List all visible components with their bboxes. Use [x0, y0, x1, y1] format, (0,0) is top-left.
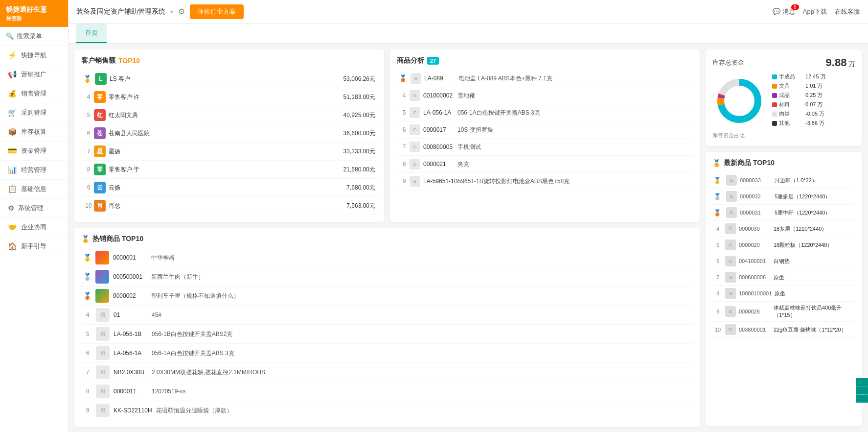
product-name: 电池盖 LA-089 ABS本色+黑种 7.1克 — [458, 74, 691, 83]
legend-name: 材料 — [779, 101, 803, 108]
customer-amount: 53,006.26元 — [343, 75, 375, 83]
rank-number: 7 — [713, 274, 722, 280]
legend-value: -3.86 万 — [805, 120, 824, 127]
list-item: 🥇 0000001 中华神器 — [81, 248, 693, 267]
topbar: 装备及固定资产辅助管理系统 ▾ ⚙ 体验行业方案 💬 消息 6 App下载 在线… — [69, 0, 868, 24]
dual-top-section: 客户销售额 TOP10 🥇 L LS 客户 53,006.26元 4 零 零售客… — [74, 49, 700, 222]
product-name: 夹克 — [457, 160, 691, 168]
legend-row: 半成品 12.45 万 — [772, 73, 826, 80]
legend-color-dot — [772, 84, 777, 89]
product-code: 0000032 — [740, 193, 772, 199]
sidebar-item-system[interactable]: ⚙ 系统管理 — [0, 199, 68, 218]
rank-number: 10 — [713, 327, 722, 333]
sidebar-item-icon-enterprise: 🤝 — [8, 223, 17, 232]
sidebar-item-inventory[interactable]: 📦 库存核算 — [0, 122, 68, 142]
sidebar-item-enterprise[interactable]: 🤝 企业协同 — [0, 218, 68, 237]
rank-number: 9 — [83, 407, 92, 414]
product-name: 18多层（1220*2440） — [774, 225, 854, 233]
sidebar-item-finance[interactable]: 💳 资金管理 — [0, 142, 68, 161]
product-code: KK-SD22110H — [114, 407, 152, 414]
legend-row: 文具 1.01 万 — [772, 82, 826, 90]
product-thumb: G — [725, 223, 736, 234]
inventory-total-label: 库存总资金 — [712, 58, 744, 67]
message-notification[interactable]: 💬 消息 6 — [773, 7, 795, 16]
customer-icon: 星 — [94, 145, 106, 157]
sidebar-item-purchase[interactable]: 🛒 采购管理 — [0, 103, 68, 122]
product-code: 0000021 — [423, 161, 457, 168]
product-thumb: G — [725, 272, 736, 283]
product-name: 雪地靴 — [457, 92, 691, 100]
legend-value: 0.25 万 — [805, 92, 822, 99]
sidebar-item-icon-finance: 💳 — [8, 146, 17, 155]
product-name: 5厘多层（1220*2440） — [775, 193, 854, 200]
float-service-button[interactable]: 直播 — [856, 395, 868, 403]
sidebar-item-sales[interactable]: 💰 销售管理 — [0, 84, 68, 103]
app-download-link[interactable]: App下载 — [803, 7, 827, 16]
customer-name: 云扬 — [109, 184, 346, 192]
legend-name: 半成品 — [779, 73, 803, 80]
float-service-button[interactable]: 服务社区 — [856, 386, 868, 395]
rank-number: 5 — [83, 331, 92, 337]
sidebar-search[interactable]: 🔍 搜索菜单 — [0, 27, 68, 46]
sidebar-item-guide[interactable]: 🏠 新手引导 — [0, 237, 68, 256]
product-name: 白钢垫 — [774, 258, 854, 265]
donut-container: 半成品 12.45 万 文具 1.01 万 成品 0.25 万 材料 0.07 … — [712, 73, 855, 129]
sidebar-item-basic-info[interactable]: 📋 基础信息 — [0, 180, 68, 199]
legend-row: 材料 0.07 万 — [772, 101, 826, 108]
float-buttons: 客服热线服务社区直播 — [856, 378, 868, 403]
hot-products-card: 🏅 热销商品 TOP10 🥇 0000001 中华神器 🥈 000500001 … — [74, 228, 700, 427]
product-thumb-image: 图 — [96, 384, 110, 398]
sidebar-item-label-sales: 销售管理 — [21, 89, 46, 98]
product-code: 000800008 — [739, 274, 771, 280]
rank-number: 9 — [83, 184, 94, 191]
tab-home[interactable]: 首页 — [76, 24, 107, 43]
product-thumb: G — [725, 240, 736, 250]
float-service-button[interactable]: 客服热线 — [856, 378, 868, 386]
customer-icon: 肖 — [94, 200, 106, 212]
customer-name: LS 客户 — [110, 75, 343, 83]
legend-name: 其他 — [779, 120, 803, 127]
product-name: 22g鱼豆腐·烧烤味（1*12*20） — [774, 326, 854, 334]
list-item: 10 G 003800001 22g鱼豆腐·烧烤味（1*12*20） — [712, 322, 855, 338]
customer-icon: 零 — [94, 164, 106, 175]
new-products-card: 🏅 最新商品 TOP10 🥇 G 0000033 封边带（1.0*22） 🥈 G… — [706, 152, 862, 426]
online-service-link[interactable]: 在线客服 — [835, 7, 860, 16]
logo-subtitle: 标签版 — [6, 15, 62, 22]
sidebar-item-marketing[interactable]: 📢 营销推广 — [0, 65, 68, 84]
list-item: 7 图 NB2.0X30B 2.0X30MM双搓花轴,搓花直径2.1MM/ROH… — [81, 363, 693, 382]
gear-icon[interactable]: ⚙ — [178, 7, 185, 16]
product-name: 花语萌恒温分腿睡袋（厚款） — [156, 407, 691, 415]
rank-number: 8 — [713, 290, 722, 296]
table-row: 7 星 星扬 33,333.00元 — [81, 143, 377, 161]
rank-number: 9 — [399, 178, 410, 185]
product-code: NB2.0X30B — [114, 369, 148, 376]
message-badge: 6 — [791, 4, 799, 10]
sidebar-item-label-purchase: 采购管理 — [21, 108, 46, 117]
sidebar-item-quick-nav[interactable]: ⚡ 快捷导航 — [0, 46, 68, 65]
top-customers-title: 客户销售额 TOP10 — [81, 56, 377, 65]
product-code: LA-056-1A — [423, 109, 457, 116]
table-row: 8 G 0000021 夹克 — [397, 156, 693, 173]
legend-value: 12.45 万 — [805, 73, 826, 80]
sidebar-item-label-guide: 新手引导 — [21, 242, 46, 251]
customer-amount: 51,183.00元 — [343, 93, 375, 101]
product-code: 0000028 — [739, 309, 771, 314]
product-thumb: G — [725, 288, 736, 299]
trial-button[interactable]: 体验行业方案 — [190, 4, 244, 19]
sidebar-item-label-enterprise: 企业协同 — [21, 223, 46, 232]
sidebar-item-icon-quick-nav: ⚡ — [8, 51, 17, 60]
dropdown-arrow-icon[interactable]: ▾ — [170, 8, 173, 15]
sidebar-item-icon-basic-info: 📋 — [8, 185, 17, 193]
inventory-donut-chart — [712, 74, 766, 128]
logo-title: 畅捷通好生意 — [6, 5, 62, 15]
left-mid-column: 客户销售额 TOP10 🥇 L LS 客户 53,006.26元 4 零 零售客… — [74, 49, 700, 426]
rank-number: 5 — [713, 242, 722, 248]
sidebar-item-label-basic-info: 基础信息 — [21, 185, 46, 193]
product-code: 003800001 — [739, 327, 771, 333]
medal-icon: 🥉 — [83, 292, 91, 300]
table-row: 🥉 G LA-089 电池盖 LA-089 ABS本色+黑种 7.1克 — [397, 70, 693, 87]
customer-icon: 云 — [94, 182, 106, 193]
main-area: 装备及固定资产辅助管理系统 ▾ ⚙ 体验行业方案 💬 消息 6 App下载 在线… — [69, 0, 868, 432]
sidebar-item-operations[interactable]: 📊 经营管理 — [0, 161, 68, 180]
product-thumb-image: 图 — [96, 365, 110, 379]
